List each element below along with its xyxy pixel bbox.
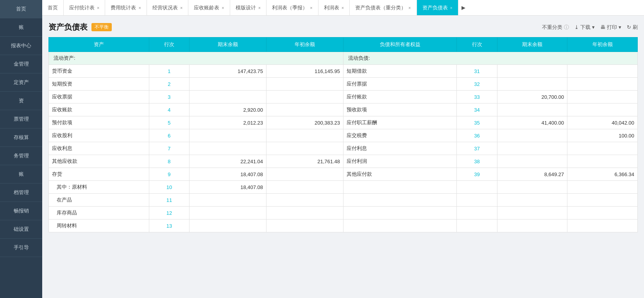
left-name: 预付款项 bbox=[49, 116, 149, 129]
left-row-num: 4 bbox=[149, 103, 189, 116]
right-period bbox=[497, 78, 567, 91]
sidebar-item-ledger[interactable]: 账 bbox=[0, 165, 42, 184]
left-row-num: 3 bbox=[149, 91, 189, 103]
tab-template-close[interactable]: × bbox=[258, 5, 261, 10]
left-year bbox=[267, 207, 343, 219]
right-period bbox=[497, 219, 567, 232]
left-name: 其他应收款 bbox=[49, 155, 149, 168]
tab-balance-close[interactable]: × bbox=[450, 5, 453, 10]
col-year-start: 年初余额 bbox=[267, 37, 343, 52]
left-period: 22,241.04 bbox=[190, 155, 267, 168]
refresh-button[interactable]: ↻ 刷 bbox=[627, 24, 638, 31]
right-row-num: 34 bbox=[457, 103, 497, 116]
section-right: 流动负债: bbox=[343, 52, 638, 65]
sidebar-item-home[interactable]: 首页 bbox=[0, 0, 42, 18]
right-year bbox=[567, 207, 638, 219]
tab-ap-stat-close[interactable]: × bbox=[97, 5, 99, 10]
left-period bbox=[190, 91, 267, 103]
tab-ar-aging-close[interactable]: × bbox=[222, 5, 224, 10]
tab-expense-stat-close[interactable]: × bbox=[138, 5, 141, 10]
right-year bbox=[567, 78, 638, 91]
sidebar-item-report-center[interactable]: 报表中心 bbox=[0, 37, 42, 55]
download-button[interactable]: ⤓ 下载 ▾ bbox=[574, 24, 595, 31]
right-year bbox=[567, 155, 638, 168]
unbalanced-badge: 不平衡 bbox=[91, 23, 112, 31]
left-name: 其中：原材料 bbox=[49, 181, 149, 194]
right-row-num bbox=[457, 207, 497, 219]
tab-ar-aging[interactable]: 应收账龄表 × bbox=[188, 0, 230, 16]
tab-profit[interactable]: 利润表 × bbox=[318, 0, 350, 16]
left-name: 应收利息 bbox=[49, 142, 149, 155]
right-name: 应交税费 bbox=[343, 129, 457, 142]
tab-balance-reclassify-label: 资产负债表（重分类） bbox=[355, 4, 406, 11]
table-row: 其中：原材料 10 18,407.08 bbox=[49, 181, 638, 194]
tab-home[interactable]: 首页 bbox=[42, 0, 64, 16]
sidebar-item-doc-mgmt[interactable]: 档管理 bbox=[0, 184, 42, 202]
sidebar-item-fund-mgmt[interactable]: 金管理 bbox=[0, 55, 42, 73]
right-period: 20,700.00 bbox=[497, 91, 567, 103]
sidebar-item-inventory[interactable]: 存核算 bbox=[0, 128, 42, 147]
right-name: 应付账款 bbox=[343, 91, 457, 103]
left-name: 应收票据 bbox=[49, 91, 149, 103]
right-year bbox=[567, 91, 638, 103]
tab-balance-label: 资产负债表 bbox=[422, 4, 448, 11]
download-chevron-icon: ▾ bbox=[592, 24, 595, 30]
table-row: 应收票据 3 应付账款 33 20,700.00 bbox=[49, 91, 638, 103]
no-regroup-toggle[interactable]: 不重分类 ⓘ bbox=[542, 24, 569, 31]
tab-balance-reclassify-close[interactable]: × bbox=[408, 5, 411, 10]
help-icon: ⓘ bbox=[564, 24, 569, 31]
right-name bbox=[343, 207, 457, 219]
sidebar-item-task-mgmt[interactable]: 务管理 bbox=[0, 147, 42, 165]
left-row-num: 2 bbox=[149, 78, 189, 91]
right-period bbox=[497, 207, 567, 219]
right-year: 100.00 bbox=[567, 129, 638, 142]
sidebar-item-basic-settings[interactable]: 础设置 bbox=[0, 220, 42, 239]
sidebar-item-invoice-mgmt[interactable]: 票管理 bbox=[0, 110, 42, 128]
tab-profit-close[interactable]: × bbox=[342, 5, 344, 10]
left-period bbox=[190, 78, 267, 91]
col-year-start2: 年初余额 bbox=[567, 37, 638, 52]
right-row-num bbox=[457, 219, 497, 232]
tab-template[interactable]: 模版设计 × bbox=[230, 0, 267, 16]
right-year bbox=[567, 65, 638, 78]
table-row: 库存商品 12 bbox=[49, 207, 638, 219]
left-year: 116,145.95 bbox=[267, 65, 343, 78]
section-left: 流动资产: bbox=[49, 52, 343, 65]
left-name: 存货 bbox=[49, 168, 149, 181]
right-row-num: 31 bbox=[457, 65, 497, 78]
tab-balance-reclassify[interactable]: 资产负债表（重分类） × bbox=[350, 0, 417, 16]
left-year bbox=[267, 181, 343, 194]
tab-profit-q-close[interactable]: × bbox=[310, 5, 312, 10]
tab-profit-q[interactable]: 利润表（季报） × bbox=[267, 0, 318, 16]
left-name: 库存商品 bbox=[49, 207, 149, 219]
left-period: 2,920.00 bbox=[190, 103, 267, 116]
tab-expense-stat[interactable]: 费用统计表 × bbox=[105, 0, 147, 16]
col-row-num: 行次 bbox=[149, 37, 189, 52]
sidebar-item-investment[interactable]: 资 bbox=[0, 92, 42, 110]
sidebar-item-expense[interactable]: 畅报销 bbox=[0, 202, 42, 220]
right-row-num bbox=[457, 181, 497, 194]
tab-scroll-right[interactable]: ▶ bbox=[458, 0, 469, 16]
header-actions: 不重分类 ⓘ ⤓ 下载 ▾ 🖶 打印 ▾ ↻ 刷 bbox=[542, 24, 638, 31]
sidebar-item-fixed-assets[interactable]: 定资产 bbox=[0, 73, 42, 92]
col-period-end2: 期末余额 bbox=[497, 37, 567, 52]
left-row-num: 12 bbox=[149, 207, 189, 219]
right-period: 41,400.00 bbox=[497, 116, 567, 129]
sidebar-item-account[interactable]: 账 bbox=[0, 18, 42, 37]
print-icon: 🖶 bbox=[600, 24, 605, 30]
left-name: 应收账款 bbox=[49, 103, 149, 116]
tab-biz[interactable]: 经营状况表 × bbox=[147, 0, 188, 16]
tab-biz-close[interactable]: × bbox=[180, 5, 182, 10]
page-header: 资产负债表 不平衡 不重分类 ⓘ ⤓ 下载 ▾ 🖶 打印 ▾ bbox=[48, 22, 638, 32]
table-row: 周转材料 13 bbox=[49, 219, 638, 232]
print-button[interactable]: 🖶 打印 ▾ bbox=[600, 24, 621, 31]
left-year bbox=[267, 129, 343, 142]
left-year: 21,761.48 bbox=[267, 155, 343, 168]
col-liability: 负债和所有者权益 bbox=[343, 37, 457, 52]
left-period: 18,407.08 bbox=[190, 181, 267, 194]
tab-ap-stat[interactable]: 应付统计表 × bbox=[64, 0, 105, 16]
tab-balance[interactable]: 资产负债表 × bbox=[417, 0, 458, 16]
table-row: 预付款项 5 2,012.23 200,383.23 应付职工薪酬 35 41,… bbox=[49, 116, 638, 129]
left-row-num: 13 bbox=[149, 219, 189, 232]
sidebar-item-guide[interactable]: 手引导 bbox=[0, 239, 42, 257]
